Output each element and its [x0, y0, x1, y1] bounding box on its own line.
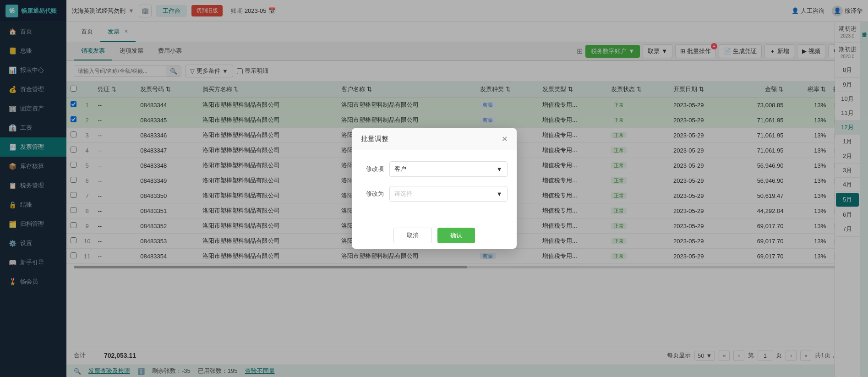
- batch-adjust-modal: 批量调整 ✕ 修改项 客户 ▼ 修改为 请选择 ▼ 取消 确认: [352, 128, 517, 249]
- modal-overlay: 批量调整 ✕ 修改项 客户 ▼ 修改为 请选择 ▼ 取消 确认: [0, 0, 868, 377]
- modal-cancel-btn[interactable]: 取消: [393, 228, 432, 243]
- modal-confirm-btn[interactable]: 确认: [437, 228, 475, 243]
- field2-selector[interactable]: 请选择 ▼: [389, 186, 508, 202]
- field2-dropdown-icon: ▼: [497, 191, 502, 197]
- field-selector[interactable]: 客户 ▼: [389, 161, 508, 177]
- field2-label: 修改为: [361, 190, 384, 198]
- field-label: 修改项: [361, 165, 384, 173]
- modal-title: 批量调整: [361, 135, 388, 143]
- modal-field-value: 修改为 请选择 ▼: [361, 186, 508, 202]
- modal-close-btn[interactable]: ✕: [502, 135, 508, 143]
- modal-body: 修改项 客户 ▼ 修改为 请选择 ▼: [352, 150, 517, 222]
- modal-header: 批量调整 ✕: [352, 128, 517, 150]
- field-dropdown-icon: ▼: [497, 166, 502, 173]
- modal-field-item: 修改项 客户 ▼: [361, 161, 508, 177]
- field2-placeholder: 请选择: [394, 190, 412, 198]
- modal-footer: 取消 确认: [352, 222, 517, 249]
- field-value: 客户: [394, 165, 406, 173]
